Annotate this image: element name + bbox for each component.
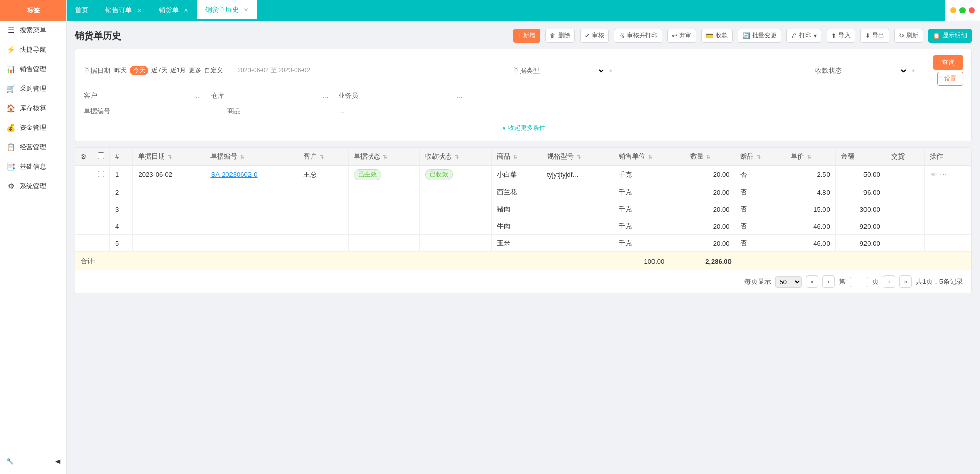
shortcut-custom[interactable]: 自定义 (204, 66, 223, 75)
close-btn[interactable] (969, 7, 975, 13)
page-next-btn[interactable]: › (883, 275, 895, 288)
shortcut-today[interactable]: 今天 (130, 66, 148, 75)
customer-column-header[interactable]: 客户 ⇅ (298, 148, 349, 166)
customer-dots[interactable]: ... (196, 92, 201, 100)
row-actions: ✏⋯ (925, 166, 971, 184)
tab-sales-delivery[interactable]: 销货单 ✕ (150, 0, 197, 21)
page-prev-btn[interactable]: ‹ (822, 275, 835, 288)
qty-column-header[interactable]: 数量 ⇅ (685, 148, 735, 166)
sidebar-item-quick-nav[interactable]: ⚡ 快捷导航 (0, 40, 66, 60)
print-button[interactable]: 🖨 打印 ▾ (786, 29, 821, 43)
tab-sales-order[interactable]: 销售订单 ✕ (97, 0, 150, 21)
print-icon: 🖨 (791, 32, 797, 40)
warehouse-input[interactable] (228, 91, 319, 101)
sidebar-item-sales-mgmt[interactable]: 📊 销售管理 (0, 60, 66, 79)
sys-icon: ⚙ (6, 182, 15, 191)
sidebar-item-search-menu[interactable]: ☰ 搜索菜单 (0, 21, 66, 40)
unit-price-column-header[interactable]: 单价 ⇅ (785, 148, 836, 166)
docno-input[interactable] (114, 106, 217, 116)
row-gift: 否 (735, 166, 785, 184)
tab-sales-history[interactable]: 销货单历史 ✕ (197, 0, 257, 21)
doc-no-link[interactable]: SA-20230602-0 (210, 171, 257, 179)
unit-column-header[interactable]: 销售单位 ⇅ (613, 148, 685, 166)
sidebar-item-base-info[interactable]: 📑 基础信息 (0, 157, 66, 176)
toolbar: + 新增 🗑 删除 ✔ 审核 🖨 审核并打印 ↩ 弃审 (513, 29, 972, 43)
docno-filter: 单据编号 (84, 106, 217, 116)
row-seq: 1 (110, 166, 133, 184)
audit-print-button[interactable]: 🖨 审核并打印 (614, 29, 662, 43)
minimize-btn[interactable] (950, 7, 956, 13)
row-checkbox[interactable] (98, 171, 104, 177)
filter-row-3: 单据编号 商品 ... (84, 106, 963, 116)
shortcut-yesterday[interactable]: 昨天 (114, 66, 127, 75)
page-first-btn[interactable]: « (806, 275, 818, 288)
stock-icon: 🏠 (6, 104, 15, 113)
doc-type-select[interactable] (544, 65, 605, 76)
import-button[interactable]: ⬆ 导入 (827, 29, 855, 43)
select-all-checkbox[interactable] (98, 152, 104, 159)
refresh-button[interactable]: ↻ 刷新 (894, 29, 923, 43)
delete-button[interactable]: 🗑 删除 (545, 29, 575, 43)
new-button[interactable]: + 新增 (513, 29, 540, 43)
collapse-up-icon: ∧ (502, 125, 506, 132)
sidebar-item-fund-mgmt[interactable]: 💰 资金管理 (0, 118, 66, 137)
batch-icon: 🔄 (742, 32, 750, 40)
date-column-header[interactable]: 单据日期 ⇅ (133, 148, 205, 166)
show-detail-button[interactable]: 📋 显示明细 (928, 29, 972, 43)
collapse-icon[interactable]: ◀ (55, 458, 60, 465)
close-sales-history-tab[interactable]: ✕ (244, 7, 248, 13)
gear-column-header[interactable]: ⚙ (75, 148, 92, 166)
row-docno (205, 201, 298, 218)
per-page-select[interactable]: 50 20 100 (775, 276, 802, 288)
doc-type-chevron: ▾ (609, 67, 612, 74)
detail-icon: 📋 (933, 32, 940, 40)
goods-input[interactable] (245, 106, 335, 116)
table-row: 1 2023-06-02 SA-20230602-0 王总 已生效 已收款 小白… (75, 166, 971, 184)
row-spec (542, 184, 613, 201)
page-input[interactable]: 1 (850, 276, 868, 287)
tab-home[interactable]: 首页 (67, 0, 97, 21)
row-unit: 千克 (613, 201, 685, 218)
sidebar-bottom-controls[interactable]: 🔧 ◀ (0, 452, 66, 470)
goods-column-header[interactable]: 商品 ⇅ (491, 148, 542, 166)
sidebar-item-purchase-mgmt[interactable]: 🛒 采购管理 (0, 79, 66, 98)
amount-column-header: 金额 (835, 148, 886, 166)
doc-status-column-header[interactable]: 单据状态 ⇅ (348, 148, 420, 166)
sidebar-item-stock-calc[interactable]: 🏠 库存核算 (0, 98, 66, 118)
edit-icon[interactable]: ✏ (930, 171, 938, 179)
set-button[interactable]: 设置 (937, 72, 963, 86)
goods-dots[interactable]: ... (339, 108, 344, 115)
more-icon[interactable]: ⋯ (938, 171, 948, 179)
row-spec (542, 235, 613, 252)
staff-input[interactable] (362, 91, 453, 101)
close-sales-order-tab[interactable]: ✕ (137, 7, 142, 14)
warehouse-dots[interactable]: ... (323, 92, 328, 100)
query-button[interactable]: 查询 (933, 55, 963, 70)
collapse-filter-btn[interactable]: ∧ 收起更多条件 (84, 122, 963, 134)
audit-button[interactable]: ✔ 审核 (580, 29, 609, 43)
abandon-button[interactable]: ↩ 弃审 (667, 29, 696, 43)
close-sales-delivery-tab[interactable]: ✕ (184, 7, 188, 14)
row-docno (205, 184, 298, 201)
window-controls (945, 0, 980, 21)
export-button[interactable]: ⬇ 导出 (860, 29, 889, 43)
gift-column-header[interactable]: 赠品 ⇅ (735, 148, 785, 166)
maximize-btn[interactable] (959, 7, 966, 13)
staff-dots[interactable]: ... (457, 92, 462, 100)
shortcut-1month[interactable]: 近1月 (170, 66, 186, 75)
customer-input[interactable] (101, 91, 191, 101)
shortcut-7days[interactable]: 近7天 (151, 66, 167, 75)
collect-status-select[interactable] (846, 65, 908, 76)
spec-column-header[interactable]: 规格型号 ⇅ (542, 148, 613, 166)
shortcut-more[interactable]: 更多 (189, 66, 201, 75)
sidebar-item-ops-mgmt[interactable]: 📋 经营管理 (0, 137, 66, 157)
batch-change-button[interactable]: 🔄 批量变更 (738, 29, 781, 43)
collect-status-column-header[interactable]: 收款状态 ⇅ (420, 148, 492, 166)
row-qty: 20.00 (685, 218, 735, 235)
collect-button[interactable]: 💳 收款 (701, 29, 733, 43)
page-last-btn[interactable]: » (899, 275, 912, 288)
docno-column-header[interactable]: 单据编号 ⇅ (205, 148, 298, 166)
row-gift: 否 (735, 201, 785, 218)
sidebar-item-sys-mgmt[interactable]: ⚙ 系统管理 (0, 176, 66, 196)
row-unit-price: 4.80 (785, 184, 836, 201)
